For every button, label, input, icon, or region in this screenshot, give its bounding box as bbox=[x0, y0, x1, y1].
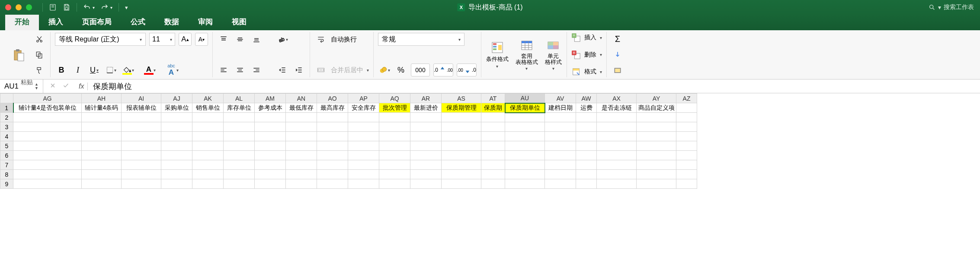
cell[interactable]: 保质期 bbox=[481, 103, 505, 113]
cell[interactable] bbox=[597, 141, 637, 151]
cell[interactable] bbox=[442, 113, 481, 122]
cell[interactable] bbox=[286, 141, 317, 151]
cell[interactable] bbox=[505, 141, 545, 151]
cell[interactable] bbox=[348, 160, 379, 170]
cell[interactable] bbox=[637, 179, 676, 189]
cell[interactable] bbox=[442, 141, 481, 151]
cell[interactable]: 建档日期 bbox=[545, 103, 576, 113]
cell[interactable] bbox=[481, 122, 505, 132]
cell[interactable] bbox=[676, 160, 697, 170]
enter-formula-button[interactable] bbox=[62, 82, 69, 91]
merge-center-label[interactable]: 合并后居中 bbox=[331, 66, 363, 74]
cell[interactable]: 参考成本 bbox=[255, 103, 286, 113]
cell[interactable] bbox=[286, 132, 317, 141]
cell[interactable] bbox=[161, 122, 192, 132]
cell[interactable] bbox=[161, 179, 192, 189]
row-header[interactable]: 4 bbox=[0, 132, 13, 141]
column-header[interactable]: AR bbox=[410, 94, 442, 103]
cell[interactable]: 是否走冻链 bbox=[597, 103, 637, 113]
cell[interactable] bbox=[348, 170, 379, 179]
cancel-formula-button[interactable] bbox=[49, 82, 56, 91]
cell[interactable] bbox=[317, 179, 348, 189]
cell[interactable] bbox=[224, 122, 255, 132]
column-header[interactable]: AY bbox=[637, 94, 676, 103]
cell[interactable] bbox=[13, 113, 82, 122]
italic-button[interactable]: I bbox=[71, 64, 84, 76]
cell[interactable] bbox=[161, 170, 192, 179]
align-center-button[interactable] bbox=[234, 64, 247, 76]
cell[interactable] bbox=[348, 179, 379, 189]
tab-review[interactable]: 审阅 bbox=[189, 13, 222, 30]
search-box[interactable]: ▾ 搜索工作表 bbox=[929, 3, 974, 11]
name-box[interactable]: AU1 ▲▼ bbox=[0, 79, 43, 93]
cell[interactable]: 商品自定义项 bbox=[637, 103, 676, 113]
tab-data[interactable]: 数据 bbox=[155, 13, 189, 30]
cell[interactable] bbox=[161, 151, 192, 160]
cell[interactable] bbox=[481, 179, 505, 189]
cell[interactable] bbox=[545, 141, 576, 151]
orientation-button[interactable]: ab▾ bbox=[276, 33, 289, 46]
cell[interactable] bbox=[82, 160, 122, 170]
cell-styles-button[interactable]: 单元 格样式▾ bbox=[544, 38, 562, 72]
cell[interactable] bbox=[161, 132, 192, 141]
autosave-icon[interactable] bbox=[49, 3, 57, 11]
cell[interactable] bbox=[122, 141, 161, 151]
cell[interactable] bbox=[442, 122, 481, 132]
cell[interactable] bbox=[122, 151, 161, 160]
cell[interactable] bbox=[545, 179, 576, 189]
cell[interactable] bbox=[410, 170, 442, 179]
percent-format-button[interactable]: % bbox=[394, 64, 407, 76]
cell[interactable] bbox=[442, 160, 481, 170]
cell[interactable] bbox=[255, 179, 286, 189]
clear-button[interactable] bbox=[611, 64, 624, 77]
cell[interactable] bbox=[481, 141, 505, 151]
cell[interactable] bbox=[676, 122, 697, 132]
cell[interactable] bbox=[676, 103, 697, 113]
column-header[interactable]: AK bbox=[192, 94, 224, 103]
cell[interactable] bbox=[317, 122, 348, 132]
row-header[interactable]: 9 bbox=[0, 179, 13, 189]
maximize-window-button[interactable] bbox=[26, 4, 32, 10]
cell[interactable] bbox=[82, 141, 122, 151]
cell[interactable] bbox=[676, 132, 697, 141]
copy-button[interactable] bbox=[33, 48, 46, 61]
decrease-decimal-button[interactable]: .00.0 bbox=[457, 64, 477, 76]
cell[interactable] bbox=[505, 132, 545, 141]
align-top-button[interactable] bbox=[217, 33, 230, 46]
font-color-button[interactable]: A▾ bbox=[142, 64, 155, 76]
cell[interactable] bbox=[545, 132, 576, 141]
formula-input[interactable]: 保质期单位 bbox=[88, 81, 980, 92]
column-header[interactable]: AW bbox=[576, 94, 597, 103]
column-header[interactable]: AS bbox=[442, 94, 481, 103]
cell[interactable] bbox=[442, 132, 481, 141]
cell[interactable] bbox=[161, 160, 192, 170]
cell[interactable] bbox=[224, 132, 255, 141]
tab-home[interactable]: 开始 bbox=[5, 13, 39, 30]
cell[interactable] bbox=[192, 113, 224, 122]
cell[interactable] bbox=[224, 141, 255, 151]
increase-indent-button[interactable] bbox=[292, 64, 305, 76]
cell[interactable] bbox=[676, 151, 697, 160]
cell[interactable] bbox=[348, 113, 379, 122]
cell[interactable] bbox=[379, 132, 410, 141]
fx-label[interactable]: fx bbox=[75, 83, 88, 90]
cell[interactable] bbox=[505, 170, 545, 179]
cell[interactable] bbox=[505, 122, 545, 132]
cell[interactable] bbox=[13, 170, 82, 179]
cell[interactable] bbox=[505, 113, 545, 122]
cell[interactable]: 辅计量4条码 bbox=[82, 103, 122, 113]
cell[interactable] bbox=[576, 151, 597, 160]
column-header[interactable]: AN bbox=[286, 94, 317, 103]
cell[interactable] bbox=[348, 141, 379, 151]
cell[interactable] bbox=[379, 113, 410, 122]
cell[interactable] bbox=[545, 122, 576, 132]
cell[interactable] bbox=[576, 122, 597, 132]
merge-center-icon[interactable] bbox=[314, 64, 327, 76]
font-name-select[interactable]: 等线 Regular (正文)▾ bbox=[55, 33, 146, 46]
cell[interactable] bbox=[122, 132, 161, 141]
cell[interactable] bbox=[13, 179, 82, 189]
cell[interactable] bbox=[192, 141, 224, 151]
column-header[interactable]: AV bbox=[545, 94, 576, 103]
cell[interactable] bbox=[545, 151, 576, 160]
font-size-select[interactable]: 11▾ bbox=[149, 33, 175, 46]
